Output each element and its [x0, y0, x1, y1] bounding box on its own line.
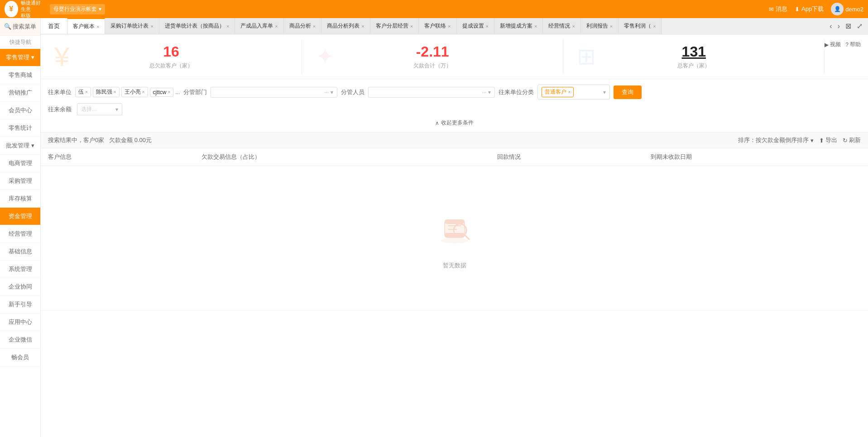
tab-add-commission-plan[interactable]: 新增提成方案 ×	[494, 18, 543, 34]
sidebar-item-retail[interactable]: 零售管理 ▾	[0, 49, 40, 66]
filter-unit-class-select[interactable]: 普通客户 × ▾	[537, 85, 610, 100]
sidebar-item-newbie[interactable]: 新手引导	[0, 296, 40, 314]
result-actions: 排序：按欠款金额倒序排序 ▾ ⬆ 导出 ↻ 刷新	[738, 136, 861, 144]
filter-person-select[interactable]: ··· ▾	[368, 87, 495, 98]
sidebar-item-inventory[interactable]: 库存核算	[0, 190, 40, 208]
filter-tag-chen[interactable]: 陈民强 ×	[93, 87, 120, 97]
sidebar-item-retail-mall[interactable]: 零售商城	[0, 66, 40, 84]
tab-nav-left[interactable]: ‹	[828, 21, 834, 31]
remove-tag-wu[interactable]: ×	[85, 90, 88, 95]
tab-product-analysis[interactable]: 商品分析 ×	[284, 18, 321, 34]
tab-close-customer-tiering[interactable]: ×	[410, 24, 413, 29]
tab-close-customer-contact[interactable]: ×	[448, 24, 451, 29]
tab-customer-contact[interactable]: 客户联络 ×	[419, 18, 456, 34]
sidebar-item-marketing[interactable]: 营销推广	[0, 84, 40, 102]
filter-tag-wu[interactable]: 伍 ×	[75, 87, 91, 97]
question-icon: ?	[845, 42, 849, 48]
content-area: 首页 客户账本 × 采购订单统计表 × 进货单统计表（按商品） × 产成品入库单…	[41, 18, 868, 437]
sidebar-item-purchase[interactable]: 采购管理	[0, 172, 40, 190]
user-avatar[interactable]: 👤 demo2	[831, 3, 863, 15]
sidebar-item-enterprise-wechat[interactable]: 企业微信	[0, 331, 40, 349]
filter-tag-wang[interactable]: 王小亮 ×	[121, 87, 148, 97]
sidebar-item-operations[interactable]: 经营管理	[0, 225, 40, 243]
sidebar-item-app-center[interactable]: 应用中心	[0, 314, 40, 331]
tab-close-purchase-stats-by-product[interactable]: ×	[226, 24, 229, 29]
stat-value-debt-customers: 16	[163, 43, 179, 60]
data-table: 客户信息 欠款交易信息（占比） 回款情况 到期未收款日期	[41, 148, 868, 311]
tab-product-analysis-list[interactable]: 商品分析列表 ×	[321, 18, 370, 34]
tab-business-status[interactable]: 经营情况 ×	[543, 18, 580, 34]
tab-close-product-warehousing[interactable]: ×	[275, 24, 278, 29]
account-dropdown[interactable]: 母婴行业演示帐套 ▾	[50, 4, 105, 14]
tab-close-add-commission-plan[interactable]: ×	[534, 24, 537, 29]
sidebar-item-wholesale[interactable]: 批发管理 ▾	[0, 137, 40, 155]
remove-tag-wang[interactable]: ×	[142, 90, 145, 95]
stat-icon-building: ⊞	[577, 43, 596, 70]
export-btn[interactable]: ⬆ 导出	[819, 136, 837, 144]
collapse-btn[interactable]: ∧ 收起更多条件	[48, 119, 861, 127]
sidebar-item-ecommerce[interactable]: 电商管理	[0, 155, 40, 172]
video-btn[interactable]: ▶ 视频	[825, 41, 841, 48]
page-content: ¥ 16 总欠款客户（家） ✦ -2.11 欠款合计（万） ⊞ 131 总客户（…	[41, 34, 868, 437]
chevron-down-person: ▾	[488, 89, 491, 95]
avatar: 👤	[831, 3, 844, 15]
stat-value-debt-total: -2.11	[416, 43, 449, 60]
tab-commission-settings[interactable]: 提成设置 ×	[457, 18, 494, 34]
tab-nav-right[interactable]: ›	[836, 21, 842, 31]
video-icon: ▶	[825, 42, 829, 48]
tab-close-retail-profit[interactable]: ×	[653, 24, 656, 29]
tab-nav-expand[interactable]: ⊠	[844, 21, 853, 31]
stat-total-customers: ⊞ 131 总客户（家）	[563, 39, 825, 74]
search-button[interactable]: 查询	[614, 86, 642, 99]
result-bar: 搜索结果中，客户0家 欠款金额 0.00元 排序：按欠款金额倒序排序 ▾ ⬆ 导…	[41, 133, 868, 148]
message-btn[interactable]: ✉ 消息	[769, 5, 787, 13]
tab-customer-tiering[interactable]: 客户分层经营 ×	[370, 18, 419, 34]
tab-close-business-status[interactable]: ×	[572, 24, 575, 29]
tab-close-customer-ledger[interactable]: ×	[96, 24, 99, 29]
tab-profit-report[interactable]: 利润报告 ×	[581, 18, 619, 34]
sidebar-item-base-info[interactable]: 基础信息	[0, 243, 40, 261]
message-icon: ✉	[769, 6, 774, 13]
tab-product-warehousing[interactable]: 产成品入库单 ×	[235, 18, 283, 34]
sidebar-item-retail-stats[interactable]: 零售统计	[0, 119, 40, 137]
tab-retail-profit[interactable]: 零售利润（ ×	[619, 18, 662, 34]
tab-purchase-stats-by-product[interactable]: 进货单统计表（按商品） ×	[159, 18, 235, 34]
tab-close-product-analysis-list[interactable]: ×	[361, 24, 364, 29]
refresh-btn[interactable]: ↻ 刷新	[843, 136, 861, 144]
filter-tag-cjttcw[interactable]: cjttcw ×	[150, 88, 174, 97]
sidebar-item-system[interactable]: 系统管理	[0, 261, 40, 278]
remove-tag-cjttcw[interactable]: ×	[168, 90, 171, 95]
tab-customer-ledger[interactable]: 客户账本 ×	[67, 18, 105, 34]
tab-home[interactable]: 首页	[41, 18, 67, 34]
sidebar-item-chang-member[interactable]: 畅会员	[0, 349, 40, 366]
quick-nav[interactable]: 快捷导航	[0, 36, 40, 49]
sidebar-item-finance[interactable]: 资金管理	[0, 208, 40, 225]
tab-close-commission-settings[interactable]: ×	[486, 24, 489, 29]
logo-icon: ¥	[5, 1, 18, 17]
sort-select[interactable]: 排序：按欠款金额倒序排序 ▾	[738, 136, 814, 144]
logo: ¥ 畅捷通好生意 标版	[5, 0, 45, 19]
sidebar-item-enterprise[interactable]: 企业协同	[0, 278, 40, 296]
empty-icon	[432, 207, 477, 256]
table-body: 暂无数据	[41, 166, 868, 311]
tab-close-purchase-order-stats[interactable]: ×	[150, 24, 153, 29]
search-menu[interactable]: 🔍 搜索菜单	[0, 18, 40, 36]
remove-unit-class[interactable]: ×	[568, 90, 571, 95]
tab-purchase-order-stats[interactable]: 采购订单统计表 ×	[105, 18, 159, 34]
filter-tag-unit-class[interactable]: 普通客户 ×	[542, 87, 574, 97]
download-btn[interactable]: ⬇ App下载	[795, 5, 824, 13]
filter-dept-select[interactable]: ··· ▾	[211, 87, 337, 98]
filter-more-tags[interactable]: ...	[175, 89, 180, 95]
tab-close-product-analysis[interactable]: ×	[313, 24, 316, 29]
tab-close-profit-report[interactable]: ×	[610, 24, 613, 29]
filter-remainder-select[interactable]: 选择... ▾	[77, 103, 122, 115]
main-layout: 🔍 搜索菜单 快捷导航 零售管理 ▾ 零售商城 营销推广 会员中心 零售统计 批…	[0, 18, 868, 437]
empty-row: 暂无数据	[41, 166, 868, 311]
tab-nav-fullscreen[interactable]: ⤢	[855, 21, 864, 31]
filter-unit-class-label: 往来单位分类	[499, 88, 534, 96]
sidebar-item-member-center[interactable]: 会员中心	[0, 102, 40, 119]
filter-row-2: 往来余额 选择... ▾	[48, 103, 861, 115]
help-btn[interactable]: ? 帮助	[845, 41, 861, 48]
col-repayment: 回款情况	[490, 148, 643, 166]
remove-tag-chen[interactable]: ×	[114, 90, 116, 95]
